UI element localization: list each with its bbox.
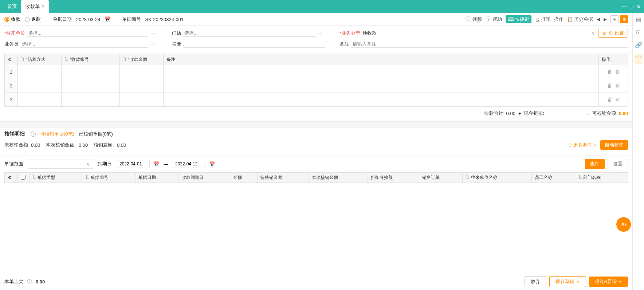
calendar-icon-to[interactable]: 📅 [209,161,215,167]
current-verify-value: 0.00 [79,142,88,148]
shop-input[interactable] [183,30,316,37]
nav-tab-collect[interactable]: 收款单 × [21,0,49,13]
view-toggle: ≡ ⊞ [610,15,628,23]
bth-settings: ⚙ [5,173,18,183]
voucher-range-select[interactable]: ∨ [28,160,93,169]
staff-input[interactable] [20,40,148,48]
query-btn[interactable]: 查询 [585,159,605,169]
nav-right-btn[interactable]: ▶ [604,17,607,22]
row-remarks-1[interactable] [164,65,599,79]
bottom-info: 本单上欠 i 0.00 [4,278,45,285]
total-value: 0.00 [506,111,515,116]
abandon-btn[interactable]: 放弃 [525,276,546,287]
form-row-1: * 往来单位 ··· 门店 ··· * 业务类型 预收款 [4,29,628,38]
from-date-input[interactable] [117,160,150,168]
settings-btn[interactable]: ⚙ ⚙ 设置 [598,29,628,38]
row-account-2[interactable] [62,79,120,93]
th-account: ⇅ *收款账号 [62,54,120,65]
select-all-checkbox[interactable] [21,175,25,180]
date-calendar-icon[interactable]: 📅 [104,16,110,22]
business-type-value: 预收款 [362,30,377,36]
ai-assistant-btn[interactable]: Ai [616,217,631,232]
cash-discount-input[interactable] [547,110,584,116]
bottom-info-icon[interactable]: i [27,279,32,284]
row-settle-2[interactable] [18,79,62,93]
bth-pending: 待核销金额 [257,173,309,183]
row-amount-3[interactable] [120,93,164,107]
shop-more-btn[interactable]: ··· [316,30,325,36]
row-amount-2[interactable] [120,79,164,93]
summary-field: 摘要 [172,40,325,48]
help-btn[interactable]: ? 帮助 [486,16,502,23]
sidebar-link-icon[interactable]: 🔗 [635,42,642,48]
bottom-right: 放弃 保存草稿 ∧ 保存&新增 ∧ [525,276,628,287]
done-tab[interactable]: 已核销单据(0笔) [79,131,113,137]
operate-btn[interactable]: 操作 [554,16,564,23]
delete-icon-2[interactable]: 🗑 [607,83,612,89]
filter-actions: 查询 设置 [585,159,628,169]
partner-field: * 往来单位 ··· [4,30,157,37]
window-min-btn[interactable]: — [621,3,627,10]
history-btn[interactable]: 📋 历史单据 [567,16,593,23]
business-type-dropdown[interactable]: ∨ [592,31,595,36]
video-icon: ▷ [466,16,471,22]
bottom-table-area: ⚙ ⇅ 单据类型 ⇅ 单据编号 单据日期 收款到期日 金额 [0,172,632,273]
row-num-1: 1 [5,65,18,79]
partner-more-btn[interactable]: ··· [148,30,157,36]
to-date-input[interactable] [173,160,205,168]
unverified-value: 0.00 [31,142,40,148]
row-remarks-2[interactable] [164,79,599,93]
list-view-btn[interactable]: ≡ [610,15,619,23]
card-view-btn[interactable]: ⊞ [620,15,628,23]
staff-more-btn[interactable]: ··· [148,41,157,47]
copy-icon-2[interactable]: ⧉ [616,83,619,89]
row-amount-1[interactable] [120,65,164,79]
save-new-btn[interactable]: 保存&新增 ∧ [589,277,628,287]
delete-icon-1[interactable]: 🗑 [607,69,612,75]
writeoff-info-icon[interactable]: i [31,132,36,137]
sidebar-expand-icon[interactable]: ⛶ [634,54,643,64]
copy-icon-3[interactable]: ⧉ [616,97,619,102]
diff-value: 0.00 [117,142,126,148]
row-settle-3[interactable] [18,93,62,107]
video-btn[interactable]: ▷ 视频 [466,16,482,23]
section-divider [0,121,632,128]
form-row-2: 业务员 ··· 摘要 备注 [4,40,628,48]
bottom-table: ⚙ ⇅ 单据类型 ⇅ 单据编号 单据日期 收款到期日 金额 [4,172,628,183]
sidebar-grid-icon[interactable]: ⊡ [636,29,641,36]
diff-stat: 核销差额: 0.00 [94,142,126,148]
btable-gear-icon[interactable]: ⚙ [8,175,12,180]
tab-close-icon[interactable]: × [42,4,44,9]
window-controls: — □ ✕ [621,3,641,10]
window-max-btn[interactable]: □ [630,3,633,10]
sidebar-table-icon[interactable]: ▤ [636,16,641,23]
pending-tab[interactable]: 待核销单据(0笔) [40,131,74,137]
more-conditions-btn[interactable]: ▽ 更多条件 ∧ [568,142,597,148]
auto-writeoff-btn[interactable]: 自动核销 [600,140,628,150]
row-remarks-3[interactable] [164,93,599,107]
row-account-1[interactable] [62,65,120,79]
radio-refund[interactable]: 退款 [25,16,41,23]
save-draft-btn[interactable]: 保存草稿 ∧ [549,276,586,287]
verifiable-value: 0.00 [619,111,628,116]
filter-settings-btn[interactable]: 设置 [608,159,628,169]
sort-icon-2: ⇅ [64,56,68,62]
calendar-icon-from[interactable]: 📅 [153,161,159,167]
nav-home[interactable]: 首页 [3,0,21,13]
partner-input[interactable] [27,30,148,37]
radio-collect[interactable]: 收款 [4,16,20,23]
row-settle-1[interactable] [18,65,62,79]
delete-icon-3[interactable]: 🗑 [607,97,612,102]
remarks-input[interactable] [351,40,628,48]
table-settings-icon[interactable]: ⚙ [8,57,12,62]
nav-left-btn[interactable]: ◀ [597,17,600,22]
window-close-btn[interactable]: ✕ [636,3,641,10]
summary-input[interactable] [184,40,325,48]
row-account-3[interactable] [62,93,120,107]
toolbar: 收款 退款 单据日期 2023-03-24 📅 单据编号 SK-20230324… [0,13,632,26]
shortcut-btn[interactable]: ⌨ 快捷键 [506,15,531,23]
filter-icon: ▽ [568,142,572,148]
row-action-2: 🗑 ⧉ [599,79,628,93]
copy-icon-1[interactable]: ⧉ [616,69,619,75]
print-btn[interactable]: 🖨 打印 [535,16,550,23]
